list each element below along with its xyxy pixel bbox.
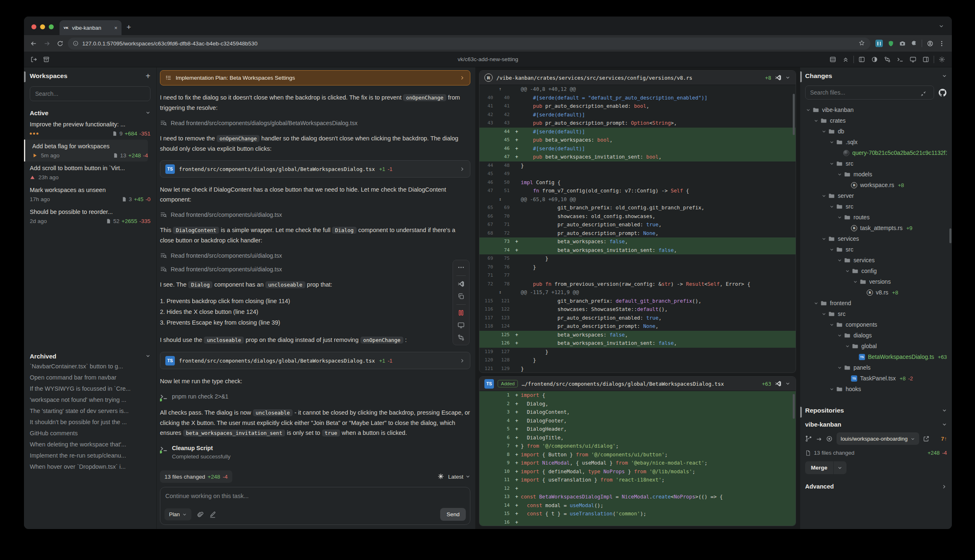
shield-extension-icon[interactable] xyxy=(887,40,894,47)
panel-left-icon[interactable] xyxy=(857,55,867,64)
workspace-item[interactable]: Should be possible to reorder...2d ago52… xyxy=(24,205,150,227)
tab-overflow-icon[interactable] xyxy=(936,21,946,31)
chevron-down-icon[interactable] xyxy=(942,74,947,78)
tree-folder-row[interactable]: services xyxy=(805,233,947,244)
message-input[interactable] xyxy=(165,493,465,499)
tree-folder-row[interactable]: routes xyxy=(805,212,947,223)
git-compare-icon[interactable] xyxy=(458,334,465,341)
tree-folder-row[interactable]: panels xyxy=(805,362,947,373)
diff-line[interactable]: 115121 git_branch_prefix: default_git_br… xyxy=(479,297,796,306)
archived-workspace-item[interactable]: When hover over `Dropdown.tsx` i... xyxy=(30,461,150,472)
tree-folder-row[interactable]: frontend xyxy=(805,298,947,308)
diff-line[interactable]: 4+ DialogFooter, xyxy=(479,417,796,425)
diff-line[interactable]: 6670 showcases: old_config.showcases, xyxy=(479,212,796,221)
diff-line[interactable]: 116122 showcases: ShowcaseState::default… xyxy=(479,305,796,314)
chevron-down-icon[interactable] xyxy=(785,381,791,386)
diff-line[interactable]: 6975 } xyxy=(479,254,796,263)
workspace-item[interactable]: Improve the preview functionality: ...9+… xyxy=(24,118,150,140)
diff-line[interactable]: 2+ Dialog, xyxy=(479,400,796,408)
archived-workspace-item[interactable]: If the WYSIWYG is focussed in `Cre... xyxy=(30,383,150,394)
diff-hunk-row[interactable]: ↕@@ -65,8 +69,10 @@ xyxy=(479,195,796,204)
chevron-down-icon[interactable] xyxy=(145,354,150,358)
diff-line[interactable]: 46+ #[serde(default)] xyxy=(479,145,796,153)
camera-extension-icon[interactable] xyxy=(899,40,906,47)
diff-line[interactable]: 73+ beta_workspaces: false, xyxy=(479,237,796,246)
diff-line[interactable]: 6872 pr_auto_description_prompt: None, xyxy=(479,229,796,238)
script-result-row[interactable]: Cleanup ScriptCompleted successfully xyxy=(160,445,470,460)
close-window-button[interactable] xyxy=(31,24,36,29)
bookmark-star-icon[interactable] xyxy=(859,40,865,47)
maximize-window-button[interactable] xyxy=(49,24,54,29)
chevron-down-icon[interactable] xyxy=(785,75,791,80)
diff-line[interactable]: 11+import { useTranslation } from 'react… xyxy=(479,476,796,484)
diff-line[interactable]: 7177 xyxy=(479,271,796,280)
tree-file-row[interactable]: TSTaskPanel.tsx+8-2 xyxy=(805,373,947,384)
workspace-item[interactable]: Mark workspaces as unseen17h ago3+45-0 xyxy=(24,183,150,205)
collapse-tree-icon[interactable] xyxy=(920,91,926,97)
chevron-down-icon[interactable] xyxy=(942,422,947,427)
diff-line[interactable]: 12+ xyxy=(479,484,796,493)
tree-folder-row[interactable]: versions xyxy=(805,276,947,287)
tree-folder-row[interactable]: server xyxy=(805,190,947,201)
tree-folder-row[interactable]: vibe-kanban xyxy=(805,104,947,115)
close-tab-icon[interactable]: × xyxy=(114,25,117,31)
file-diff-card[interactable]: TSfrontend/src/components/dialogs/global… xyxy=(160,160,470,178)
file-diff-card[interactable]: TSfrontend/src/components/dialogs/global… xyxy=(160,352,470,369)
message-input-box[interactable]: Plan Send xyxy=(160,487,470,525)
scrollbar-thumb[interactable] xyxy=(949,228,951,243)
panel-right-icon[interactable] xyxy=(921,55,931,64)
window-controls[interactable] xyxy=(31,24,54,29)
tree-folder-row[interactable]: db xyxy=(805,126,947,137)
file-search-input[interactable] xyxy=(805,85,934,100)
diff-line[interactable]: 117123 pr_auto_description_enabled: true… xyxy=(479,314,796,323)
diff-line[interactable]: 126+ beta_workspaces_invitation_sent: fa… xyxy=(479,339,796,348)
theme-toggle-icon[interactable] xyxy=(870,55,880,64)
diff-line[interactable]: 6+ DialogTitle, xyxy=(479,434,796,442)
diff-hunk-row[interactable]: ↕@@ -115,7 +121,9 @@ xyxy=(479,288,796,297)
archive-icon[interactable] xyxy=(41,55,51,64)
diff-line[interactable]: 120128 } xyxy=(479,356,796,365)
github-icon[interactable] xyxy=(938,88,947,97)
diff-line[interactable]: 7076 } xyxy=(479,263,796,272)
workspace-search-input[interactable] xyxy=(30,86,150,101)
workspace-item[interactable]: Add scroll to bottom button in `Virt...2… xyxy=(24,161,150,183)
chevron-down-icon[interactable] xyxy=(942,408,947,413)
diff-line[interactable]: 4448} xyxy=(479,161,796,170)
open-in-vscode-icon[interactable] xyxy=(458,280,465,287)
diff-line[interactable]: 7+} from '@/components/ui/dialog'; xyxy=(479,442,796,451)
tree-folder-row[interactable]: src xyxy=(805,244,947,255)
tree-folder-row[interactable]: crates xyxy=(805,115,947,126)
tree-file-row[interactable]: Rv8.rs+8 xyxy=(805,287,947,298)
diff-line[interactable]: 4040 #[serde(default = "default_pr_auto_… xyxy=(479,94,796,102)
diff-line[interactable]: 13+const BetaWorkspacesDialogImpl = Nice… xyxy=(479,493,796,501)
terminal-command-row[interactable]: pnpm run check 2>&1 xyxy=(160,393,470,401)
expand-hunk-icon[interactable]: ↕ xyxy=(479,288,521,297)
extension-icon[interactable] xyxy=(875,40,883,47)
merge-options-chevron[interactable] xyxy=(833,461,846,474)
tree-folder-row[interactable]: src xyxy=(805,158,947,169)
chevron-down-icon[interactable] xyxy=(145,110,150,115)
tree-folder-row[interactable]: .sqlx xyxy=(805,137,947,147)
read-file-row[interactable]: Read frontend/src/components/ui/dialog.t… xyxy=(160,266,470,273)
diff-line[interactable]: 6771 pr_auto_description_enabled: true, xyxy=(479,221,796,229)
diff-line[interactable]: 4549 xyxy=(479,170,796,178)
diff-line[interactable]: 15+ const { t } = useTranslation('common… xyxy=(479,510,796,518)
diff-line[interactable]: 5+ DialogHeader, xyxy=(479,425,796,434)
tree-file-row[interactable]: Rworkspace.rs+8 xyxy=(805,180,947,190)
files-changed-badge[interactable]: 13 files changed +248 -4 xyxy=(160,470,232,483)
profile-icon[interactable] xyxy=(926,40,934,47)
tree-folder-row[interactable]: services xyxy=(805,255,947,266)
site-info-icon[interactable] xyxy=(73,40,79,46)
diff-line[interactable]: 10+import { defineModal, type NoProps } … xyxy=(479,467,796,476)
archived-workspace-item[interactable]: `NavbarContainer.tsx` button to g... xyxy=(30,361,150,372)
collapse-sidebar-icon[interactable] xyxy=(29,55,39,64)
tree-folder-row[interactable]: models xyxy=(805,169,947,180)
version-dropdown[interactable]: Latest xyxy=(448,474,470,480)
diff-line[interactable]: 44+ #[serde(default)] xyxy=(479,128,796,136)
browser-menu-icon[interactable] xyxy=(938,40,945,47)
diff-line[interactable]: 6569 git_branch_prefix: old_config.git_b… xyxy=(479,204,796,212)
archived-workspace-item[interactable]: Open command bar from navbar xyxy=(30,372,150,383)
external-link-icon[interactable] xyxy=(923,435,930,442)
branch-dropdown[interactable]: louis/workspace-onboarding xyxy=(837,432,919,445)
archived-workspace-item[interactable]: It shouldn't be possible for just the ..… xyxy=(30,417,150,428)
